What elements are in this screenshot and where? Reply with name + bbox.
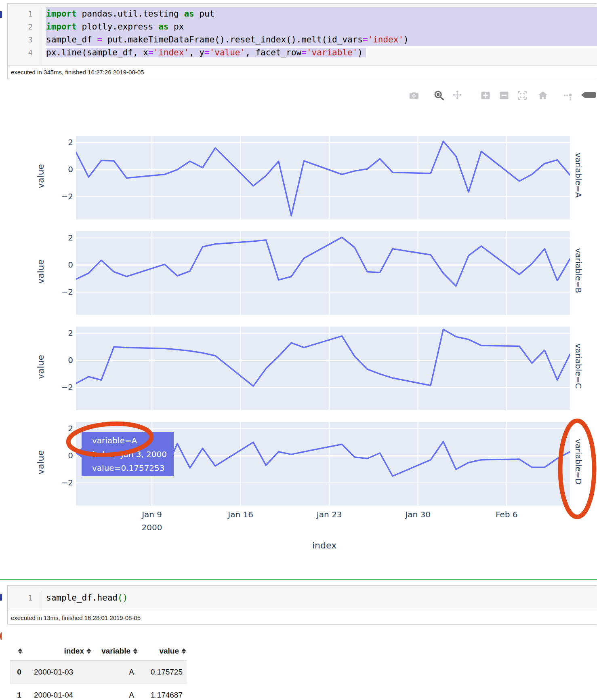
column-header-index-blank[interactable] [10, 648, 28, 654]
x-tick-label: Jan 9 [128, 510, 176, 519]
table-cell: 2000-01-03 [28, 668, 92, 677]
column-header-value[interactable]: value [138, 647, 187, 656]
table-cell: 0.175725 [138, 668, 187, 677]
code-line[interactable]: import plotly.express as px [46, 20, 597, 33]
execution-status: executed in 345ms, finished 16:27:26 201… [8, 65, 597, 79]
line-number: 1 [8, 591, 42, 604]
home-icon[interactable] [536, 90, 550, 102]
y-tick-label: −2 [55, 192, 73, 201]
facet-label-b: variable=B [574, 248, 583, 293]
table-row: 02000-01-03A0.175725 [10, 660, 187, 683]
table-cell: 1.174687 [138, 691, 187, 700]
spikelines-icon[interactable] [562, 90, 576, 102]
line-numbers: 1 [8, 591, 42, 611]
sort-asc-arrow [18, 648, 22, 651]
y-axis-title: value [36, 259, 46, 284]
zoom-out-icon[interactable] [497, 90, 511, 102]
code-cell-1: 1234 import pandas.util.testing as putim… [7, 3, 597, 79]
y-tick-label: 2 [55, 424, 73, 433]
notebook-page: 1234 import pandas.util.testing as putim… [0, 0, 597, 700]
facet-plot-a[interactable] [76, 136, 570, 219]
execution-status: executed in 13ms, finished 16:28:01 2019… [8, 611, 597, 624]
pan-icon[interactable] [450, 90, 464, 102]
facet-label-a: variable=A [574, 153, 583, 198]
sort-desc-arrow [182, 652, 186, 654]
y-tick-label: −2 [55, 287, 73, 297]
facet-label-d: variable=D [574, 439, 583, 485]
code-selection: px.line(sample_df, x='index', y='value',… [46, 48, 366, 57]
y-tick-label: 0 [55, 355, 73, 365]
table-header-row: indexvariablevalue [10, 642, 187, 660]
table-cell: 2000-01-04 [28, 691, 92, 700]
y-tick-label: 0 [55, 260, 73, 270]
y-tick-label: 0 [55, 451, 73, 460]
hover-tooltip: variable=A index=Jan 3, 2000 value=0.175… [82, 432, 174, 476]
y-tick-label: −2 [55, 382, 73, 392]
x-tick-sub-label: 2000 [128, 523, 176, 532]
code-line[interactable]: sample_df = put.makeTimeDataFrame().rese… [46, 33, 597, 46]
y-axis-title: value [36, 450, 46, 474]
column-header-index[interactable]: index [28, 647, 92, 656]
cell-separator [0, 579, 597, 580]
code-line[interactable]: sample_df.head() [46, 591, 597, 604]
tooltip-index-line: index=Jan 3, 2000 [92, 447, 174, 461]
facet-plot-c[interactable] [76, 327, 570, 410]
facet-label-c: variable=C [574, 344, 583, 388]
y-tick-label: 2 [55, 137, 73, 147]
sort-asc-arrow [87, 648, 91, 651]
code-cell-2: 1 sample_df.head() executed in 13ms, fin… [7, 585, 597, 625]
tooltip-value-line: value=0.1757253 [92, 461, 174, 475]
sort-desc-arrow [133, 652, 137, 654]
table-row: 12000-01-04A1.174687 [10, 683, 187, 700]
x-tick-label: Jan 30 [394, 510, 442, 519]
x-axis-title: index [312, 540, 336, 550]
sort-icon[interactable] [133, 648, 137, 654]
y-tick-label: −2 [55, 478, 73, 487]
table-cell: A [92, 668, 138, 677]
code-line[interactable]: px.line(sample_df, x='index', y='value',… [46, 46, 597, 59]
table-cell: 0 [10, 668, 28, 677]
line-numbers: 1234 [8, 7, 42, 65]
line-number: 4 [8, 46, 42, 59]
sort-icon[interactable] [18, 648, 22, 654]
facet-plot-b[interactable] [76, 231, 570, 315]
sort-icon[interactable] [182, 648, 186, 654]
code-line[interactable]: import pandas.util.testing as put [46, 7, 597, 20]
x-tick-label: Jan 23 [305, 510, 353, 519]
line-trace-b[interactable] [76, 237, 570, 286]
plotly-logo-icon[interactable] [579, 90, 597, 102]
camera-icon[interactable] [407, 90, 421, 102]
code-editor[interactable]: sample_df.head() [42, 591, 597, 611]
in-prompt-fragment [0, 11, 2, 18]
line-trace-a[interactable] [76, 141, 570, 215]
line-number: 3 [8, 33, 42, 46]
x-tick-label: Jan 16 [217, 510, 265, 519]
y-tick-label: 0 [55, 164, 73, 174]
tooltip-variable-line: variable=A [92, 434, 174, 447]
line-number: 1 [8, 7, 42, 20]
sort-desc-arrow [18, 652, 22, 654]
sort-asc-arrow [133, 648, 137, 651]
autoscale-icon[interactable] [515, 90, 529, 102]
sort-asc-arrow [182, 648, 186, 651]
y-axis-title: value [36, 164, 46, 188]
table-cell: 1 [10, 691, 28, 700]
table-cell: A [92, 691, 138, 700]
sort-icon[interactable] [87, 648, 91, 654]
dataframe-table: indexvariablevalue02000-01-03A0.17572512… [10, 642, 187, 700]
line-number: 2 [8, 20, 42, 33]
sort-desc-arrow [87, 652, 91, 654]
column-header-variable[interactable]: variable [92, 647, 138, 656]
x-tick-label: Feb 6 [482, 510, 531, 519]
zoom-in-icon[interactable] [479, 90, 492, 102]
y-tick-label: 2 [55, 328, 73, 338]
y-axis-title: value [36, 355, 46, 379]
out-prompt-fragment [0, 632, 4, 640]
zoom-icon[interactable] [432, 90, 446, 102]
line-trace-c[interactable] [76, 329, 570, 386]
code-editor[interactable]: import pandas.util.testing as putimport … [42, 7, 597, 65]
in-prompt-fragment [0, 594, 2, 601]
tooltip-arrow [76, 450, 82, 458]
y-tick-label: 2 [55, 233, 73, 242]
